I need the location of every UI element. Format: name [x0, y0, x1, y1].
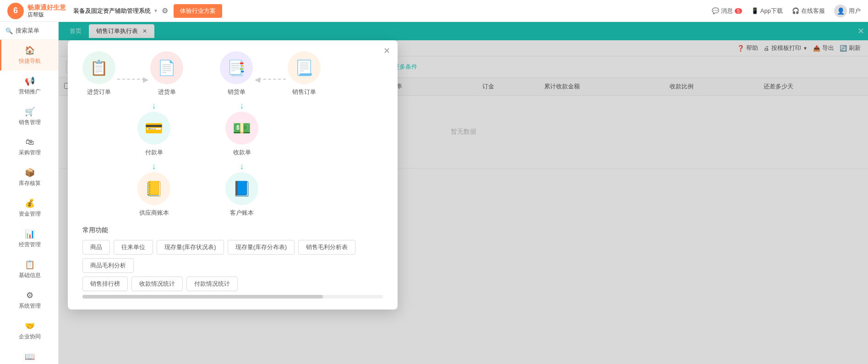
brand-sub: 店帮版 — [27, 11, 66, 19]
sidebar-item-operations[interactable]: 📊 经营管理 — [0, 223, 58, 254]
app-icon: 📱 — [751, 7, 759, 14]
operations-icon: 📊 — [25, 229, 35, 239]
search-menu[interactable]: 🔍 搜索菜单 — [0, 22, 58, 40]
flow-item-receive: 💵 收款单 — [225, 112, 258, 157]
search-icon: 🔍 — [5, 27, 13, 34]
sidebar-item-marketing[interactable]: 📢 营销推广 — [0, 71, 58, 101]
receive-label: 收款单 — [233, 148, 251, 157]
finance-icon: 💰 — [25, 198, 35, 208]
sidebar-item-system[interactable]: ⚙ 系统管理 — [0, 285, 58, 315]
sidebar-label-system: 系统管理 — [19, 302, 41, 310]
purchase-order-circle: 📋 — [82, 51, 115, 84]
user-area[interactable]: 👤 用户 — [834, 5, 861, 17]
flow-item-sales-bill: 📑 销货单 — [220, 51, 253, 96]
func-btn-sales-rank[interactable]: 销售排行榜 — [82, 277, 128, 291]
arrow-down-4: ↓ — [240, 160, 244, 172]
func-btns-row1: 商品 往来单位 现存量(库存状况表) 现存量(库存分布表) 销售毛利分析表 商品… — [82, 240, 383, 273]
func-btns-row2: 销售排行榜 收款情况统计 付款情况统计 — [82, 277, 383, 291]
supplier-ledger-label: 供应商账本 — [139, 209, 169, 217]
marketing-icon: 📢 — [25, 76, 35, 86]
modal-overlay: ✕ 📋 进货订单 ▶ — [59, 22, 868, 364]
top-bar: 6 畅康通好生意 店帮版 装备及固定资产辅助管理系统 ▼ ⚙ 体验行业方案 💬 … — [0, 0, 868, 22]
message-icon: 💬 — [712, 7, 719, 14]
sidebar-item-quick-guide[interactable]: 🏠 快捷导航 — [0, 40, 58, 71]
online-service-label: 在线客服 — [801, 7, 825, 15]
app-wrapper: 6 畅康通好生意 店帮版 装备及固定资产辅助管理系统 ▼ ⚙ 体验行业方案 💬 … — [0, 0, 868, 364]
sidebar-item-purchase[interactable]: 🛍 采购管理 — [0, 132, 58, 162]
purchase-bill-circle: 📄 — [150, 51, 183, 84]
message-item[interactable]: 💬 消息 5 — [712, 7, 742, 15]
sidebar-label-marketing: 营销推广 — [19, 88, 41, 96]
sales-bill-circle: 📑 — [220, 51, 253, 84]
sidebar: 🔍 搜索菜单 🏠 快捷导航 📢 营销推广 🛒 销售管理 🛍 采购管理 📦 — [0, 22, 59, 364]
sidebar-label-purchase: 采购管理 — [19, 149, 41, 157]
logo-icon: 6 — [7, 3, 24, 19]
flow-item-purchase-bill: 📄 进货单 — [150, 51, 183, 96]
flow-row-1: 📋 进货订单 ▶ 📄 进货单 — [82, 51, 383, 96]
sidebar-label-basic-info: 基础信息 — [19, 272, 41, 279]
system-title: 装备及固定资产辅助管理系统 ▼ — [73, 7, 158, 15]
pay-circle: 💳 — [137, 112, 170, 145]
func-title: 常用功能 — [82, 226, 383, 234]
flow-row-3: ↓ 📒 供应商账本 ↓ 📘 — [82, 160, 383, 217]
flow-row-2: ↓ 💳 付款单 ↓ 💵 — [82, 100, 383, 157]
user-name: 用户 — [849, 7, 861, 15]
purchase-order-label: 进货订单 — [87, 88, 111, 96]
sidebar-item-basic-info[interactable]: 📋 基础信息 — [0, 254, 58, 285]
main-area: 🔍 搜索菜单 🏠 快捷导航 📢 营销推广 🛒 销售管理 🛍 采购管理 📦 — [0, 22, 868, 364]
sales-order-circle: 📃 — [288, 51, 321, 84]
gear-button[interactable]: ⚙ — [162, 6, 168, 15]
customer-ledger-label: 客户账本 — [230, 209, 254, 217]
sidebar-label-sales: 销售管理 — [19, 119, 41, 126]
modal-box: ✕ 📋 进货订单 ▶ — [68, 40, 398, 310]
sidebar-label-enterprise: 企业协同 — [19, 333, 41, 341]
func-btn-payment-stats[interactable]: 付款情况统计 — [186, 277, 238, 291]
modal-close-button[interactable]: ✕ — [383, 46, 390, 56]
content-area: 首页 销售订单执行表 ✕ ✕ ❓ 帮助 🖨 — [59, 22, 868, 364]
func-btn-stock-dist[interactable]: 现存量(库存分布表) — [228, 240, 295, 255]
top-right: 💬 消息 5 📱 App下载 🎧 在线客服 👤 用户 — [712, 5, 861, 17]
newbie-icon: 📖 — [25, 352, 35, 362]
flow-col-pay: ↓ 💳 付款单 — [137, 100, 170, 157]
user-avatar: 👤 — [834, 5, 847, 17]
system-name: 装备及固定资产辅助管理系统 — [73, 7, 151, 15]
arrow-2: ◀ — [255, 64, 286, 84]
common-func: 常用功能 商品 往来单位 现存量(库存状况表) 现存量(库存分布表) 销售毛利分… — [82, 226, 383, 291]
sidebar-item-finance[interactable]: 💰 资金管理 — [0, 193, 58, 223]
flow-col-receive: ↓ 💵 收款单 — [225, 100, 258, 157]
message-label: 消息 — [721, 7, 733, 15]
sales-order-label: 销售订单 — [292, 88, 316, 96]
func-btn-receipt-stats[interactable]: 收款情况统计 — [131, 277, 183, 291]
app-download-label: App下载 — [760, 7, 783, 15]
quick-guide-icon: 🏠 — [25, 45, 35, 55]
arrow-down-1: ↓ — [152, 100, 156, 112]
flow-item-pay: 💳 付款单 — [137, 112, 170, 157]
func-btn-stock-status[interactable]: 现存量(库存状况表) — [157, 240, 224, 255]
customer-ledger-circle: 📘 — [225, 172, 258, 205]
func-btn-product[interactable]: 商品 — [82, 240, 110, 255]
purchase-icon: 🛍 — [26, 137, 34, 147]
func-btn-counterparty[interactable]: 往来单位 — [114, 240, 153, 255]
scroll-thumb[interactable] — [82, 295, 323, 299]
online-service-item[interactable]: 🎧 在线客服 — [792, 7, 825, 15]
flow-item-purchase-order: 📋 进货订单 — [82, 51, 115, 96]
basic-info-icon: 📋 — [25, 260, 35, 270]
func-btn-sales-profit[interactable]: 销售毛利分析表 — [298, 240, 355, 255]
sidebar-item-inventory[interactable]: 📦 库存核算 — [0, 162, 58, 193]
flow-col-supplier: ↓ 📒 供应商账本 — [137, 160, 170, 217]
sidebar-item-newbie[interactable]: 📖 新手引导 — [0, 346, 58, 364]
flow-item-customer-ledger: 📘 客户账本 — [225, 172, 258, 217]
trial-button[interactable]: 体验行业方案 — [174, 4, 222, 18]
flow-item-supplier-ledger: 📒 供应商账本 — [137, 172, 170, 217]
func-btn-product-profit[interactable]: 商品毛利分析 — [82, 258, 134, 273]
logo-text: 畅康通好生意 店帮版 — [27, 3, 66, 19]
sidebar-item-sales[interactable]: 🛒 销售管理 — [0, 101, 58, 132]
flow-col-customer: ↓ 📘 客户账本 — [225, 160, 258, 217]
search-menu-label: 搜索菜单 — [16, 27, 39, 35]
arrow-down-3: ↓ — [152, 160, 156, 172]
inventory-icon: 📦 — [25, 168, 35, 178]
dropdown-icon[interactable]: ▼ — [153, 8, 158, 13]
sales-bill-label: 销货单 — [228, 88, 246, 96]
sidebar-item-enterprise[interactable]: 🤝 企业协同 — [0, 315, 58, 346]
app-download-item[interactable]: 📱 App下载 — [751, 7, 783, 15]
